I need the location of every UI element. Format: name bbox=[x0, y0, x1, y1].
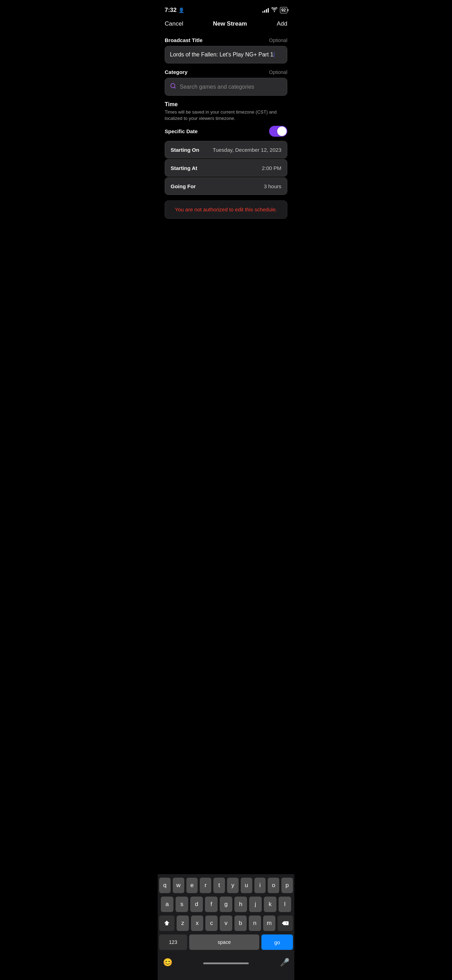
broadcast-title-label: Broadcast Title bbox=[165, 37, 202, 43]
category-search-input[interactable]: Search games and categories bbox=[165, 78, 287, 96]
page-title: New Stream bbox=[213, 20, 247, 27]
wifi-icon bbox=[271, 7, 277, 13]
going-for-row[interactable]: Going For 3 hours bbox=[165, 177, 287, 195]
category-label: Category bbox=[165, 69, 188, 75]
category-header: Category Optional bbox=[165, 69, 287, 75]
svg-line-1 bbox=[174, 87, 175, 88]
starting-on-label: Starting On bbox=[170, 147, 199, 153]
specific-date-row: Specific Date bbox=[165, 126, 287, 137]
time-display: 7:32 bbox=[165, 7, 177, 14]
broadcast-title-input[interactable]: Lords of the Fallen: Let's Play NG+ Part… bbox=[165, 46, 287, 64]
status-right: 92 bbox=[263, 7, 287, 13]
starting-on-row[interactable]: Starting On Tuesday, December 12, 2023 bbox=[165, 141, 287, 158]
search-placeholder: Search games and categories bbox=[180, 84, 255, 90]
form: Broadcast Title Optional Lords of the Fa… bbox=[158, 32, 294, 224]
going-for-label: Going For bbox=[170, 183, 196, 189]
battery-icon: 92 bbox=[280, 7, 287, 13]
battery-level: 92 bbox=[282, 8, 286, 13]
status-time: 7:32 👤 bbox=[165, 7, 184, 14]
error-text: You are not authorized to edit this sche… bbox=[175, 207, 277, 212]
starting-at-label: Starting At bbox=[170, 165, 197, 171]
category-optional: Optional bbox=[269, 69, 287, 75]
broadcast-title-header: Broadcast Title Optional bbox=[165, 37, 287, 43]
search-icon bbox=[170, 83, 176, 91]
navigation-bar: Cancel New Stream Add bbox=[158, 18, 294, 32]
time-description: Times will be saved in your current time… bbox=[165, 109, 287, 122]
signal-bars-icon bbox=[263, 8, 269, 13]
broadcast-title-value: Lords of the Fallen: Let's Play NG+ Part… bbox=[170, 51, 275, 58]
starting-on-value: Tuesday, December 12, 2023 bbox=[213, 147, 282, 153]
add-button[interactable]: Add bbox=[277, 20, 287, 27]
toggle-knob bbox=[277, 127, 286, 136]
cancel-button[interactable]: Cancel bbox=[165, 20, 183, 27]
status-bar: 7:32 👤 92 bbox=[158, 0, 294, 18]
time-label: Time bbox=[165, 101, 287, 108]
starting-at-value: 2:00 PM bbox=[262, 165, 282, 171]
specific-date-toggle[interactable] bbox=[269, 126, 287, 137]
starting-at-row[interactable]: Starting At 2:00 PM bbox=[165, 159, 287, 177]
person-icon: 👤 bbox=[178, 7, 184, 13]
error-banner: You are not authorized to edit this sche… bbox=[165, 200, 287, 219]
specific-date-label: Specific Date bbox=[165, 128, 197, 134]
broadcast-title-optional: Optional bbox=[269, 38, 287, 43]
going-for-value: 3 hours bbox=[264, 183, 282, 189]
